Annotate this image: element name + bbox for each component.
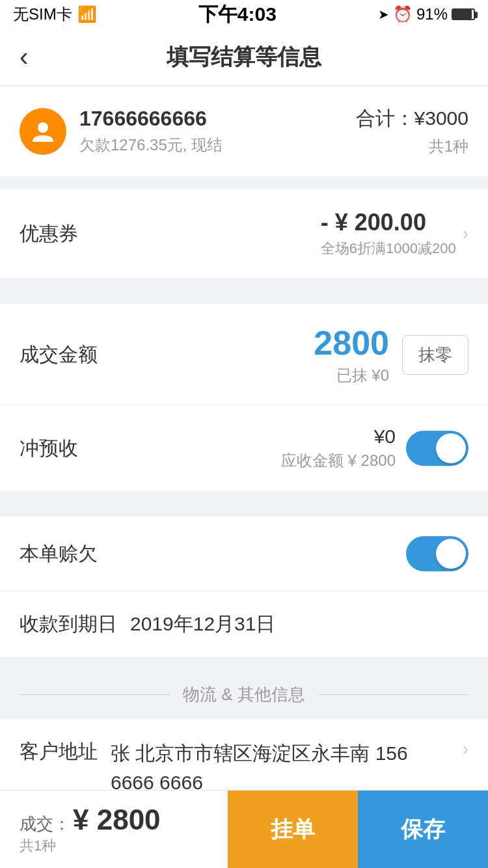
footer-summary: 成交： ¥ 2800 共1种 (0, 804, 228, 856)
wifi-icon: 📶 (77, 5, 97, 23)
logistics-line-left (20, 694, 170, 695)
duedate-label: 收款到期日 (20, 611, 117, 638)
main-content: 17666666666 欠款1276.35元, 现结 合计：¥3000 共1种 … (0, 86, 488, 868)
prepay-value-block: ¥0 应收金额 ¥ 2800 (281, 426, 396, 471)
address-value: 张 北京市市辖区海淀区永丰南 156 6666 6666 (111, 739, 450, 797)
logistics-line-right (318, 694, 468, 695)
amount-value-block: 2800 已抹 ¥0 (314, 323, 389, 386)
amount-sub: 已抹 ¥0 (314, 365, 389, 386)
debt-toggle[interactable] (406, 536, 468, 571)
customer-left: 17666666666 欠款1276.35元, 现结 (20, 107, 223, 156)
round-button[interactable]: 抹零 (402, 335, 468, 375)
status-right: ➤ ⏰ 91% (378, 5, 475, 23)
section-separator-2 (0, 491, 488, 504)
prepay-toggle[interactable] (406, 431, 468, 466)
amount-row: 成交金额 2800 已抹 ¥0 抹零 (0, 304, 488, 405)
footer-amount: ¥ 2800 (73, 804, 161, 836)
logistics-header: 物流 & 其他信息 (0, 670, 488, 719)
status-bar: 无SIM卡 📶 下午4:03 ➤ ⏰ 91% (0, 0, 488, 29)
amount-label: 成交金额 (20, 342, 98, 368)
back-button[interactable]: ‹ (20, 42, 41, 72)
customer-count: 共1种 (356, 136, 468, 157)
battery-text: 91% (416, 5, 448, 23)
status-time: 下午4:03 (198, 1, 277, 28)
customer-phone: 17666666666 (79, 107, 223, 131)
amount-right: 2800 已抹 ¥0 抹零 (314, 323, 468, 386)
coupon-info: - ¥ 200.00 全场6折满1000减200 (321, 209, 456, 258)
nav-bar: ‹ 填写结算等信息 (0, 29, 488, 86)
save-button[interactable]: 保存 (358, 791, 488, 869)
address-label: 客户地址 (20, 739, 98, 765)
hold-button[interactable]: 挂单 (228, 791, 358, 869)
duedate-value: 2019年12月31日 (130, 611, 275, 638)
customer-debt: 欠款1276.35元, 现结 (79, 135, 223, 156)
footer-count: 共1种 (20, 836, 208, 856)
address-chevron-icon: › (463, 739, 468, 759)
customer-total: 合计：¥3000 (356, 105, 468, 132)
amount-value: 2800 (314, 323, 389, 362)
footer-deal-label: 成交： (20, 813, 70, 835)
status-left: 无SIM卡 📶 (13, 4, 97, 25)
bottom-footer: 成交： ¥ 2800 共1种 挂单 保存 (0, 790, 488, 868)
alarm-icon: ⏰ (393, 5, 413, 23)
debt-row: 本单赊欠 (0, 517, 488, 591)
no-sim-text: 无SIM卡 (13, 4, 72, 25)
chevron-right-icon: › (463, 223, 468, 244)
svg-point-0 (38, 122, 48, 133)
prepay-sub: 应收金额 ¥ 2800 (281, 450, 396, 471)
location-icon: ➤ (378, 7, 389, 22)
coupon-label: 优惠券 (20, 221, 78, 247)
prepay-value: ¥0 (281, 426, 396, 448)
avatar (20, 108, 66, 155)
coupon-desc: 全场6折满1000减200 (321, 239, 456, 258)
customer-card: 17666666666 欠款1276.35元, 现结 合计：¥3000 共1种 (0, 86, 488, 176)
customer-right: 合计：¥3000 共1种 (356, 105, 468, 157)
customer-info: 17666666666 欠款1276.35元, 现结 (79, 107, 223, 156)
prepay-label: 冲预收 (20, 435, 78, 462)
prepay-right: ¥0 应收金额 ¥ 2800 (281, 426, 468, 471)
coupon-right: - ¥ 200.00 全场6折满1000减200 › (321, 209, 468, 258)
debt-label: 本单赊欠 (20, 541, 98, 567)
coupon-row[interactable]: 优惠券 - ¥ 200.00 全场6折满1000减200 › (0, 189, 488, 278)
logistics-title: 物流 & 其他信息 (183, 683, 305, 706)
section-separator-3 (0, 657, 488, 670)
coupon-amount: - ¥ 200.00 (321, 209, 456, 236)
section-separator-1 (0, 291, 488, 304)
page-title: 填写结算等信息 (167, 42, 321, 72)
duedate-row: 收款到期日 2019年12月31日 (0, 591, 488, 657)
prepay-row: 冲预收 ¥0 应收金额 ¥ 2800 (0, 405, 488, 491)
battery-icon (452, 8, 475, 20)
